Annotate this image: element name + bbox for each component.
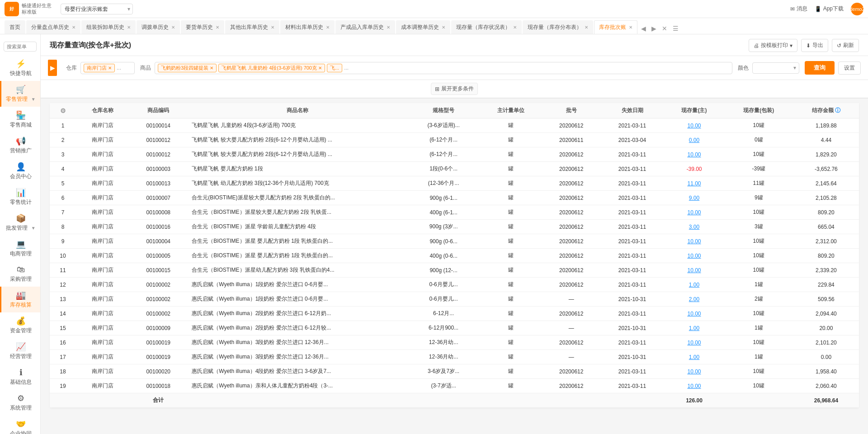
template-print-btn[interactable]: 🖨 按模板打印 ▾ bbox=[749, 39, 797, 52]
cell-expire: 2021-03-11 bbox=[600, 263, 665, 278]
sidebar-item-operation[interactable]: 📈 经营管理 bbox=[0, 338, 40, 364]
query-btn[interactable]: 查询 bbox=[805, 61, 835, 75]
sidebar-item-enterprise[interactable]: 🤝 企业协同 bbox=[0, 415, 40, 434]
expand-filter-arrow[interactable]: ▶ bbox=[48, 60, 57, 76]
cell-code: 00100004 bbox=[129, 234, 187, 249]
cell-stock-main: 10.00 bbox=[664, 147, 724, 162]
tab-cost-adjust[interactable]: 成本调整单历史 ✕ bbox=[396, 20, 450, 34]
sidebar-item-stock[interactable]: 🏭 库存核算 bbox=[0, 287, 40, 312]
cell-unit: 罐 bbox=[480, 307, 542, 321]
sidebar-item-finance[interactable]: 💰 资金管理 bbox=[0, 312, 40, 338]
sidebar-item-retail[interactable]: 🛒 零售管理 ▼ bbox=[0, 81, 40, 107]
cell-stock-pack: 9罐 bbox=[724, 191, 793, 205]
product-tag-1-close[interactable]: ✕ bbox=[210, 66, 213, 71]
tab-batch-ledger[interactable]: 库存批次账 ✕ bbox=[594, 20, 637, 34]
tab-split-close[interactable]: ✕ bbox=[72, 25, 75, 30]
sidebar-search-wrap[interactable] bbox=[0, 38, 40, 55]
sidebar-item-quick-nav[interactable]: ⚡ 快捷导航 bbox=[0, 55, 40, 81]
cell-stock-main: 10.00 bbox=[664, 249, 724, 263]
tab-other-out[interactable]: 其他出库单历史 ✕ bbox=[225, 20, 279, 34]
tab-cost-adjust-close[interactable]: ✕ bbox=[442, 25, 445, 30]
warehouse-tag-wrap[interactable]: 南岸门店 ✕ ... bbox=[80, 62, 135, 74]
tab-home[interactable]: 首页 bbox=[5, 20, 25, 34]
color-placeholder bbox=[755, 64, 788, 72]
tab-nav-close[interactable]: ✕ bbox=[659, 23, 670, 34]
phone-icon: 📱 bbox=[815, 6, 821, 12]
tab-batch-ledger-close[interactable]: ✕ bbox=[629, 25, 632, 30]
warehouse-tag-close[interactable]: ✕ bbox=[108, 66, 112, 71]
tab-stock-status[interactable]: 现存量（库存状况表） ✕ bbox=[451, 20, 522, 34]
cell-expire: 2021-03-11 bbox=[600, 234, 665, 249]
operation-icon: 📈 bbox=[16, 342, 26, 352]
sidebar: ⚡ 快捷导航 🛒 零售管理 ▼ 🏪 零售商城 📢 营销推广 👤 会员中心 📊 零… bbox=[0, 34, 41, 434]
col-settings[interactable]: ⚙ bbox=[50, 103, 76, 118]
warehouse-filter-group: 仓库 南岸门店 ✕ ... bbox=[66, 62, 135, 74]
enterprise-icon: 🤝 bbox=[16, 419, 26, 429]
sidebar-item-purchase[interactable]: 🛍 采购管理 bbox=[0, 261, 40, 287]
sidebar-item-retail-shop[interactable]: 🏪 零售商城 bbox=[0, 107, 40, 132]
sidebar-item-retail-stats[interactable]: 📊 零售统计 bbox=[0, 184, 40, 210]
cell-stock-main: 3.00 bbox=[664, 220, 724, 234]
expand-more-btn[interactable]: ⊞ 展开更多条件 bbox=[431, 83, 478, 95]
tab-product-in[interactable]: 产成品入库单历史 ✕ bbox=[335, 20, 395, 34]
cell-warehouse: 南岸门店 bbox=[76, 364, 129, 379]
tab-material-out-close[interactable]: ✕ bbox=[326, 25, 330, 30]
cell-balance: 2,312.00 bbox=[793, 234, 859, 249]
cell-spec: 0-6月婴儿... bbox=[408, 278, 480, 292]
tab-require[interactable]: 要货单历史 ✕ bbox=[181, 20, 224, 34]
color-select-wrap[interactable] bbox=[752, 62, 799, 74]
sidebar-item-basic[interactable]: ℹ 基础信息 bbox=[0, 364, 40, 390]
export-btn[interactable]: ⬇ 导出 bbox=[801, 39, 828, 52]
setting-btn[interactable]: 设置 bbox=[838, 61, 861, 75]
tab-stock-dist[interactable]: 现存量（库存分布表） ✕ bbox=[523, 20, 593, 34]
cell-balance: 229.84 bbox=[793, 278, 859, 292]
col-warehouse: 仓库名称 bbox=[76, 103, 129, 118]
cell-stock-main: 0.00 bbox=[664, 133, 724, 147]
sidebar-item-system[interactable]: ⚙ 系统管理 bbox=[0, 390, 40, 415]
cell-code: 00100002 bbox=[129, 307, 187, 321]
tab-require-close[interactable]: ✕ bbox=[216, 25, 219, 30]
sidebar-item-wholesale[interactable]: 📦 批发管理 ▼ bbox=[0, 210, 40, 236]
cell-name: 惠氏启赋（Wyeth illuma）3段奶粉 爱尔兰进口 12-36月... bbox=[187, 335, 407, 350]
user-avatar-area[interactable]: demo2 bbox=[851, 3, 863, 15]
cell-stock-main: 10.00 bbox=[664, 379, 724, 393]
cell-batch: 20200612 bbox=[542, 118, 600, 133]
product-tag-wrap[interactable]: 飞鹤奶粉3段四罐提装 ✕ 飞鹤星飞帆 儿童奶粉 4段(3-6岁适用) 700克 … bbox=[155, 62, 732, 74]
table-row: 7 南岸门店 00100008 合生元（BIOSTIME）派星较大婴儿配方奶粉 … bbox=[50, 205, 859, 220]
tab-product-in-close[interactable]: ✕ bbox=[387, 25, 390, 30]
tab-disassemble-close[interactable]: ✕ bbox=[127, 25, 131, 30]
cell-spec: 12-36月幼... bbox=[408, 350, 480, 364]
app-download-btn[interactable]: 📱 App下载 bbox=[815, 5, 844, 13]
product-more[interactable]: ... bbox=[344, 65, 349, 71]
footer-total-main: 126.00 bbox=[664, 393, 724, 408]
tab-split[interactable]: 分量盘点单历史 ✕ bbox=[26, 20, 80, 34]
cell-unit: 罐 bbox=[480, 147, 542, 162]
cell-warehouse: 南岸门店 bbox=[76, 133, 129, 147]
tab-disassemble[interactable]: 组装拆卸单历史 ✕ bbox=[81, 20, 136, 34]
cell-stock-pack: 10罐 bbox=[724, 335, 793, 350]
cell-code: 00100002 bbox=[129, 278, 187, 292]
refresh-btn[interactable]: ↺ 刷新 bbox=[832, 39, 859, 52]
sidebar-item-ecommerce[interactable]: 💻 电商管理 bbox=[0, 236, 40, 261]
cell-name: 惠氏启赋（Wyeth illuma）1段奶粉 爱尔兰进口 0-6月婴... bbox=[187, 278, 407, 292]
company-select-wrap[interactable]: 母婴行业演示账套 bbox=[61, 4, 133, 14]
tab-stock-dist-close[interactable]: ✕ bbox=[585, 25, 588, 30]
column-settings-icon[interactable]: ⚙ bbox=[60, 107, 66, 114]
tab-other-out-close[interactable]: ✕ bbox=[271, 25, 274, 30]
table-footer-row: 合计 126.00 26,968.64 bbox=[50, 393, 859, 408]
sidebar-item-marketing[interactable]: 📢 营销推广 bbox=[0, 132, 40, 158]
tab-nav-prev[interactable]: ◀ bbox=[638, 23, 649, 34]
tab-nav-next[interactable]: ▶ bbox=[649, 23, 659, 34]
warehouse-more[interactable]: ... bbox=[117, 65, 121, 71]
sidebar-item-member[interactable]: 👤 会员中心 bbox=[0, 158, 40, 184]
table-row: 1 南岸门店 00100014 飞鹤星飞帆 儿童奶粉 4段(3-6岁适用) 70… bbox=[50, 118, 859, 133]
sidebar-search-input[interactable] bbox=[4, 42, 37, 52]
company-select[interactable]: 母婴行业演示账套 bbox=[61, 4, 133, 14]
tab-material-out[interactable]: 材料出库单历史 ✕ bbox=[280, 20, 335, 34]
tab-tune[interactable]: 调拨单历史 ✕ bbox=[137, 20, 180, 34]
tab-stock-status-close[interactable]: ✕ bbox=[513, 25, 517, 30]
message-btn[interactable]: ✉ 消息 bbox=[790, 5, 807, 13]
tab-tune-close[interactable]: ✕ bbox=[171, 25, 175, 30]
product-tag-2-close[interactable]: ✕ bbox=[318, 66, 322, 71]
tab-nav-menu[interactable]: ☰ bbox=[670, 23, 681, 34]
